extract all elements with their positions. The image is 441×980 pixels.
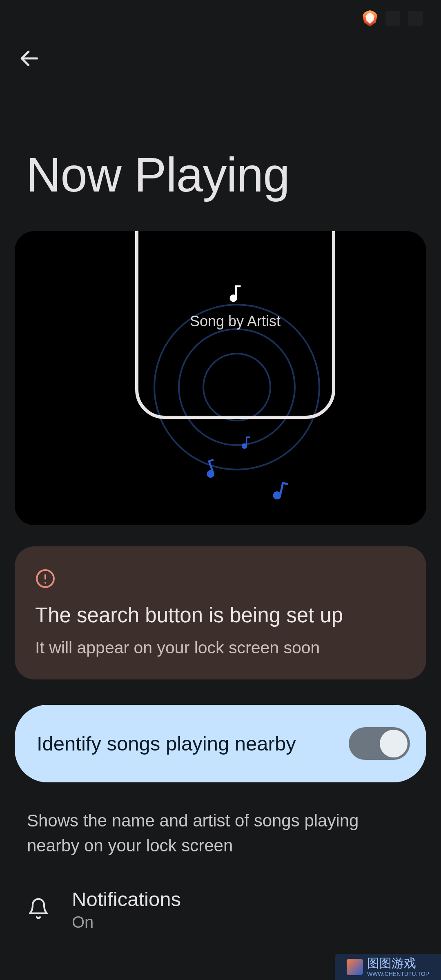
toggle-thumb: [380, 730, 408, 757]
appbar: [0, 37, 441, 82]
watermark-sub: WWW.CHENTUTU.TOP: [367, 971, 429, 977]
statusbar: [0, 0, 441, 37]
phone-mockup: Song by Artist: [135, 231, 335, 419]
identify-songs-label: Identify songs playing nearby: [37, 732, 296, 755]
notifications-row[interactable]: Notifications On: [15, 888, 426, 931]
watermark-logo-icon: [347, 959, 363, 975]
notifications-subtitle: On: [72, 913, 181, 931]
battery-icon: [408, 11, 423, 26]
identify-songs-toggle[interactable]: [349, 727, 410, 760]
arrow-back-icon[interactable]: [18, 47, 41, 71]
warning-subtitle: It will appear on your lock screen soon: [35, 638, 406, 657]
alert-circle-icon: [35, 568, 406, 590]
identify-songs-row[interactable]: Identify songs playing nearby: [15, 705, 426, 782]
watermark-badge: 图图游戏 WWW.CHENTUTU.TOP: [335, 954, 441, 980]
now-playing-preview: Song by Artist: [15, 231, 426, 525]
watermark-label: 图图游戏: [367, 957, 429, 969]
music-note-icon: [199, 457, 222, 480]
music-note-icon: [268, 479, 292, 503]
svg-point-3: [45, 582, 46, 584]
music-note-icon: [238, 434, 254, 451]
setup-warning-card: The search button is being set up It wil…: [15, 546, 426, 679]
warning-title: The search button is being set up: [35, 603, 406, 628]
wifi-icon: [385, 11, 400, 26]
music-note-icon: [190, 283, 281, 309]
identify-songs-description: Shows the name and artist of songs playi…: [15, 808, 426, 858]
notifications-title: Notifications: [72, 888, 181, 911]
page-title: Now Playing: [0, 82, 441, 231]
bell-icon: [27, 897, 50, 922]
brave-shield-icon: [363, 10, 377, 27]
preview-song-label: Song by Artist: [190, 313, 281, 330]
